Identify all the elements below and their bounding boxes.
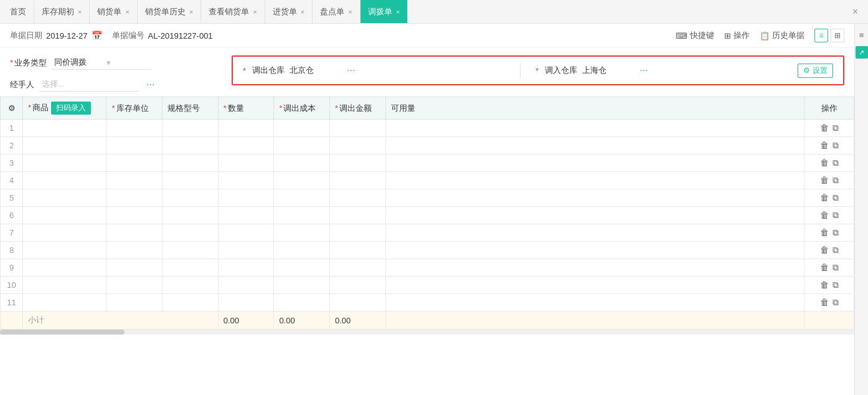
table-header: ⚙ *商品 扫码录入 *库存单位 规格型号 *数量 *调出成本 (1, 97, 854, 120)
table-row: 6🗑⧉ (1, 207, 854, 224)
operations-btn[interactable]: ⊞ 操作 (724, 30, 750, 41)
history-label: 历史单据 (772, 30, 804, 41)
th-available: 可用量 (385, 97, 804, 120)
in-warehouse-value[interactable]: 上海仓 (582, 65, 632, 76)
contact-row: 经手人 选择... ··· (10, 77, 222, 92)
table-row: 3🗑⧉ (1, 155, 854, 172)
th-cost: *调出成本 (274, 97, 330, 120)
out-warehouse-dots[interactable]: ··· (347, 65, 355, 76)
copy-btn[interactable]: ⧉ (833, 140, 839, 150)
grid-view-icon[interactable]: ⊞ (831, 29, 844, 42)
in-warehouse-dots[interactable]: ··· (639, 65, 648, 76)
date-label: 单据日期 (10, 30, 42, 41)
th-unit: *库存单位 (106, 97, 163, 120)
tab-inventory-init-close[interactable]: × (78, 8, 82, 16)
toolbar-row: 单据日期 2019-12-27 📅 单据编号 AL-20191227-001 ⌨… (0, 24, 854, 48)
tab-inventory-init[interactable]: 库存期初 × (34, 0, 90, 23)
tab-purchase-close[interactable]: × (301, 8, 304, 16)
copy-btn[interactable]: ⧉ (833, 227, 839, 237)
delete-btn[interactable]: 🗑 (820, 158, 829, 168)
tab-transfer-close[interactable]: × (396, 8, 400, 16)
delete-btn[interactable]: 🗑 (820, 227, 829, 237)
date-value[interactable]: 2019-12-27 (46, 31, 88, 40)
copy-btn[interactable]: ⧉ (833, 158, 839, 168)
table-row: 11🗑⧉ (1, 294, 854, 312)
tab-bar: 首页 库存期初 × 销货单 × 销货单历史 × 查看销货单 × 进货单 × 盘点… (0, 0, 868, 24)
keyboard-icon: ⌨ (676, 31, 687, 40)
copy-btn[interactable]: ⧉ (833, 262, 839, 272)
delete-btn[interactable]: 🗑 (820, 123, 829, 133)
subtotal-label: 小计 (23, 312, 219, 330)
tab-stocktake-close[interactable]: × (348, 8, 352, 16)
contact-dots[interactable]: ··· (146, 79, 154, 90)
table-row: 8🗑⧉ (1, 242, 854, 259)
copy-btn[interactable]: ⧉ (833, 123, 839, 133)
business-type-arrow[interactable]: ▾ (106, 58, 111, 67)
toolbar-right: ⌨ 快捷键 ⊞ 操作 📋 历史单据 ≡ ⊞ (676, 29, 844, 42)
tab-view-sales-label: 查看销货单 (209, 6, 249, 17)
shortcuts-btn[interactable]: ⌨ 快捷键 (676, 30, 714, 41)
list-view-icon[interactable]: ≡ (814, 29, 828, 42)
in-warehouse-label: 调入仓库 (545, 65, 577, 76)
tab-inventory-init-label: 库存期初 (42, 6, 74, 17)
delete-btn[interactable]: 🗑 (820, 262, 829, 272)
tab-view-sales[interactable]: 查看销货单 × (201, 0, 265, 23)
table-row: 1🗑⧉ (1, 120, 854, 137)
out-warehouse-star: * (243, 66, 246, 75)
tab-sales-history-close[interactable]: × (189, 8, 193, 16)
delete-btn[interactable]: 🗑 (820, 175, 829, 185)
calendar-icon[interactable]: 📅 (92, 31, 102, 40)
history-btn[interactable]: 📋 历史单据 (760, 30, 804, 41)
number-value: AL-20191227-001 (148, 31, 213, 40)
tab-sales-order-label: 销货单 (97, 6, 121, 17)
settings-icon: ⚙ (803, 66, 810, 75)
delete-btn[interactable]: 🗑 (820, 245, 829, 255)
tab-sales-order[interactable]: 销货单 × (90, 0, 137, 23)
copy-btn[interactable]: ⧉ (833, 175, 839, 185)
delete-btn[interactable]: 🗑 (820, 193, 829, 202)
copy-btn[interactable]: ⧉ (833, 297, 839, 307)
form-left: *业务类型 同价调拨 ▾ 经手人 选择... ··· (10, 55, 222, 92)
delete-btn[interactable]: 🗑 (820, 210, 829, 220)
delete-btn[interactable]: 🗑 (820, 140, 829, 150)
copy-btn[interactable]: ⧉ (833, 193, 839, 202)
business-type-label: *业务类型 (10, 57, 47, 69)
table-row: 5🗑⧉ (1, 189, 854, 207)
settings-label: 设置 (813, 65, 828, 76)
table-row: 9🗑⧉ (1, 259, 854, 277)
business-type-select[interactable]: 同价调拨 ▾ (52, 55, 151, 70)
out-warehouse-value[interactable]: 北京仓 (290, 65, 339, 76)
tab-bar-close-btn[interactable]: × (845, 6, 866, 17)
delete-btn[interactable]: 🗑 (820, 280, 829, 290)
scan-button[interactable]: 扫码录入 (51, 102, 91, 115)
th-gear[interactable]: ⚙ (1, 97, 23, 120)
horizontal-scrollbar[interactable] (0, 330, 854, 335)
subtotal-qty: 0.00 (218, 312, 274, 330)
settings-button[interactable]: ⚙ 设置 (798, 64, 833, 78)
table-row: 10🗑⧉ (1, 277, 854, 294)
contact-select[interactable]: 选择... (39, 77, 139, 92)
grid-ops-icon: ⊞ (724, 31, 731, 40)
main-content: 单据日期 2019-12-27 📅 单据编号 AL-20191227-001 ⌨… (0, 24, 854, 395)
tab-transfer[interactable]: 调拨单 × (361, 0, 408, 23)
business-type-star: * (10, 58, 13, 67)
copy-btn[interactable]: ⧉ (833, 280, 839, 290)
delete-btn[interactable]: 🗑 (820, 297, 829, 307)
view-toggle: ≡ ⊞ (814, 29, 844, 42)
out-warehouse-field: * 调出仓库 北京仓 ··· (243, 65, 505, 76)
copy-btn[interactable]: ⧉ (833, 245, 839, 255)
tab-view-sales-close[interactable]: × (253, 8, 257, 16)
subtotal-row: 小计 0.00 0.00 0.00 (1, 312, 854, 330)
tab-home[interactable]: 首页 (2, 0, 34, 23)
tab-sales-history[interactable]: 销货单历史 × (138, 0, 201, 23)
tab-stocktake[interactable]: 盘点单 × (313, 0, 360, 23)
sidebar-list-icon[interactable]: ≡ (856, 29, 868, 41)
out-warehouse-label: 调出仓库 (252, 65, 285, 76)
sidebar-export-icon[interactable]: ↗ (856, 46, 868, 59)
scrollbar-thumb[interactable] (0, 330, 125, 335)
operations-label: 操作 (734, 30, 750, 41)
tab-purchase[interactable]: 进货单 × (265, 0, 313, 23)
tab-sales-order-close[interactable]: × (125, 8, 129, 16)
in-warehouse-star: * (535, 66, 539, 75)
copy-btn[interactable]: ⧉ (833, 210, 839, 220)
